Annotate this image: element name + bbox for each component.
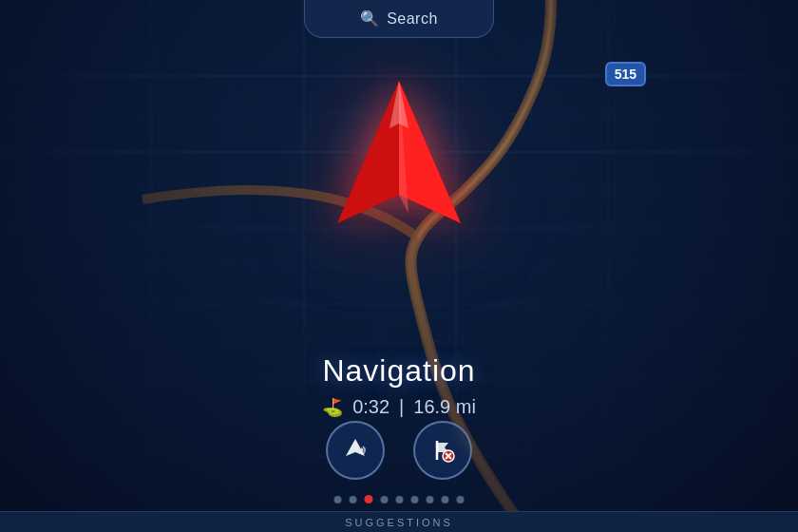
navigation-info: Navigation ⛳ 0:32 | 16.9 mi — [322, 353, 476, 418]
dot-4[interactable] — [381, 496, 389, 504]
dot-5[interactable] — [396, 496, 404, 504]
mute-button[interactable] — [326, 421, 385, 480]
dot-9[interactable] — [457, 496, 465, 504]
dot-7[interactable] — [427, 496, 434, 504]
navigation-stats: ⛳ 0:32 | 16.9 mi — [322, 396, 476, 418]
nav-separator: | — [399, 396, 404, 418]
suggestions-label: SUGGESTIONS — [345, 517, 453, 528]
search-button[interactable]: 🔍 Search — [304, 0, 494, 38]
page-dots — [334, 495, 465, 504]
dot-2[interactable] — [350, 496, 357, 504]
dot-3-active[interactable] — [365, 495, 373, 504]
nav-time: 0:32 — [352, 396, 390, 418]
dot-6[interactable] — [411, 496, 419, 504]
highway-badge: 515 — [605, 62, 646, 86]
dot-1[interactable] — [334, 496, 342, 504]
navigation-arrow-container — [314, 57, 484, 247]
navigation-title: Navigation — [322, 353, 476, 389]
svg-marker-23 — [337, 81, 399, 223]
navigation-arrow — [328, 71, 470, 233]
suggestions-bar[interactable]: SUGGESTIONS — [0, 511, 798, 532]
action-buttons — [326, 421, 472, 480]
svg-marker-24 — [399, 81, 461, 223]
nav-distance: 16.9 mi — [413, 396, 476, 418]
highway-number: 515 — [615, 66, 636, 82]
flag-icon: ⛳ — [322, 397, 343, 418]
search-icon: 🔍 — [360, 10, 379, 28]
dot-8[interactable] — [442, 496, 449, 504]
search-label: Search — [387, 10, 438, 28]
cancel-route-button[interactable] — [413, 421, 472, 480]
